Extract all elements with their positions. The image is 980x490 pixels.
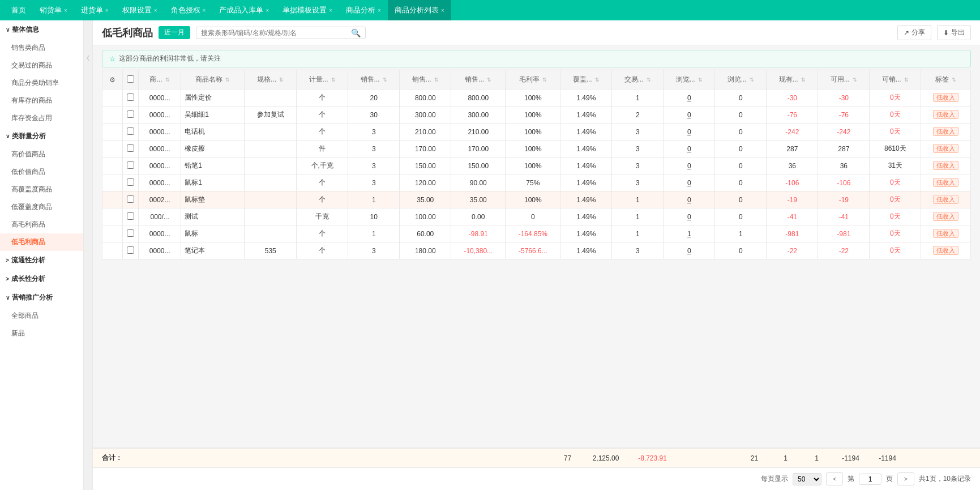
nav-product-analysis-close[interactable]: ×	[378, 7, 381, 14]
col-tag[interactable]: 标签 ⇅	[921, 70, 971, 90]
row-select-checkbox[interactable]	[127, 144, 134, 152]
col-views2[interactable]: 浏览... ⇅	[715, 70, 767, 90]
row-views1[interactable]: 0	[664, 140, 715, 157]
row-views1[interactable]: 0	[664, 191, 715, 208]
nav-template[interactable]: 单据模板设置 ×	[276, 0, 339, 20]
nav-sales-close[interactable]: ×	[64, 7, 67, 14]
nav-purchase[interactable]: 进货单 ×	[74, 0, 115, 20]
next-page-button[interactable]: ＞	[897, 472, 914, 485]
row-checkbox[interactable]	[123, 225, 139, 242]
col-gross-margin[interactable]: 毛利率 ⇅	[506, 70, 560, 90]
nav-home[interactable]: 首页	[5, 0, 33, 20]
sidebar-item-stocked-products[interactable]: 有库存的商品	[0, 92, 83, 109]
row-select-checkbox[interactable]	[127, 161, 134, 169]
row-views1[interactable]: 0	[664, 123, 715, 140]
row-views1[interactable]: 0	[664, 157, 715, 174]
nav-product-analysis-list-close[interactable]: ×	[441, 7, 444, 14]
sidebar-group-growth[interactable]: > 成长性分析	[0, 270, 83, 288]
row-checkbox[interactable]	[123, 123, 139, 140]
row-select-checkbox[interactable]	[127, 178, 134, 186]
row-views1[interactable]: 0	[664, 242, 715, 259]
row-views1[interactable]: 1	[664, 225, 715, 242]
top-navigation: 首页 销货单 × 进货单 × 权限设置 × 角色授权 × 产成品入库单 × 单据…	[0, 0, 980, 20]
row-select-checkbox[interactable]	[127, 110, 134, 118]
sidebar-group-cluster[interactable]: ∨ 类群量分析	[0, 127, 83, 146]
col-views1[interactable]: 浏览... ⇅	[664, 70, 715, 90]
sidebar-item-sales-products[interactable]: 销售类商品	[0, 39, 83, 57]
row-views1[interactable]: 0	[664, 208, 715, 225]
col-gear[interactable]: ⚙	[102, 70, 123, 90]
sidebar-item-traded-products[interactable]: 交易过的商品	[0, 57, 83, 74]
nav-product-analysis-list[interactable]: 商品分析列表 ×	[388, 0, 451, 20]
sidebar-group-circulation[interactable]: > 流通性分析	[0, 251, 83, 270]
search-icon[interactable]: 🔍	[351, 28, 361, 37]
nav-roles-close[interactable]: ×	[203, 7, 206, 14]
row-checkbox[interactable]	[123, 90, 139, 106]
nav-purchase-close[interactable]: ×	[105, 7, 109, 14]
row-select-checkbox[interactable]	[127, 246, 134, 254]
sidebar-item-high-coverage[interactable]: 高覆盖度商品	[0, 181, 83, 198]
col-sales-profit[interactable]: 销售... ⇅	[451, 70, 506, 90]
row-checkbox[interactable]	[123, 106, 139, 123]
select-all-checkbox[interactable]	[127, 75, 134, 83]
row-views1[interactable]: 0	[664, 90, 715, 106]
col-coverage[interactable]: 覆盖... ⇅	[560, 70, 612, 90]
nav-template-close[interactable]: ×	[329, 7, 332, 14]
row-select-checkbox[interactable]	[127, 212, 134, 220]
sidebar-item-high-margin[interactable]: 高毛利商品	[0, 216, 83, 233]
col-name[interactable]: 商品名称 ⇅	[181, 70, 245, 90]
sidebar-item-inventory-capital[interactable]: 库存资金占用	[0, 109, 83, 127]
nav-product-inbound-close[interactable]: ×	[266, 7, 269, 14]
col-transaction[interactable]: 交易... ⇅	[612, 70, 664, 90]
row-checkbox[interactable]	[123, 174, 139, 191]
col-checkbox[interactable]	[123, 70, 139, 90]
sidebar-item-all-products[interactable]: 全部商品	[0, 307, 83, 325]
row-checkbox[interactable]	[123, 140, 139, 157]
sidebar-item-low-value[interactable]: 低价值商品	[0, 163, 83, 181]
row-select-checkbox[interactable]	[127, 195, 134, 203]
nav-permissions-close[interactable]: ×	[154, 7, 157, 14]
sidebar-item-category-rate[interactable]: 商品分类助销率	[0, 74, 83, 92]
row-select-checkbox[interactable]	[127, 127, 134, 135]
prev-page-button[interactable]: ＜	[826, 472, 843, 485]
col-sales-amount[interactable]: 销售... ⇅	[400, 70, 451, 90]
row-select-checkbox[interactable]	[127, 93, 134, 101]
row-code: 0000...	[139, 174, 181, 191]
share-button[interactable]: ↗ 分享	[897, 25, 931, 40]
sidebar-group-growth-arrow: >	[6, 276, 9, 282]
sidebar-group-marketing[interactable]: ∨ 营销推广分析	[0, 288, 83, 307]
period-button[interactable]: 近一月	[159, 26, 190, 39]
row-checkbox[interactable]	[123, 242, 139, 259]
row-coverage: 1.49%	[560, 123, 612, 140]
sidebar-item-high-value[interactable]: 高价值商品	[0, 146, 83, 163]
row-gross-margin: 100%	[506, 140, 560, 157]
row-views1[interactable]: 0	[664, 174, 715, 191]
nav-roles[interactable]: 角色授权 ×	[164, 0, 213, 20]
col-current[interactable]: 现有... ⇅	[767, 70, 818, 90]
col-sales-qty[interactable]: 销售... ⇅	[348, 70, 400, 90]
col-available[interactable]: 可用... ⇅	[818, 70, 870, 90]
row-checkbox[interactable]	[123, 191, 139, 208]
nav-permissions[interactable]: 权限设置 ×	[115, 0, 164, 20]
row-select-checkbox[interactable]	[127, 229, 134, 237]
sidebar-group-overall[interactable]: ∨ 整体信息	[0, 20, 83, 39]
search-input[interactable]	[201, 29, 351, 37]
sidebar-item-low-margin[interactable]: 低毛利商品	[0, 233, 83, 251]
nav-product-inbound[interactable]: 产成品入库单 ×	[212, 0, 276, 20]
sidebar-collapse-btn[interactable]: 《	[84, 20, 93, 490]
page-size-select[interactable]: 50 100 200	[793, 473, 821, 485]
nav-sales[interactable]: 销货单 ×	[33, 0, 74, 20]
sidebar-item-low-coverage[interactable]: 低覆盖度商品	[0, 198, 83, 216]
page-number-input[interactable]	[859, 474, 881, 485]
nav-product-analysis[interactable]: 商品分析 ×	[339, 0, 388, 20]
row-checkbox[interactable]	[123, 157, 139, 174]
sidebar-item-new-products[interactable]: 新品	[0, 325, 83, 342]
row-checkbox[interactable]	[123, 208, 139, 225]
col-code[interactable]: 商... ⇅	[139, 70, 181, 90]
row-spec	[245, 191, 297, 208]
row-views1[interactable]: 0	[664, 106, 715, 123]
col-unit[interactable]: 计量... ⇅	[297, 70, 348, 90]
export-button[interactable]: ⬇ 导出	[937, 25, 971, 40]
col-saleable[interactable]: 可销... ⇅	[870, 70, 921, 90]
col-spec[interactable]: 规格... ⇅	[245, 70, 297, 90]
